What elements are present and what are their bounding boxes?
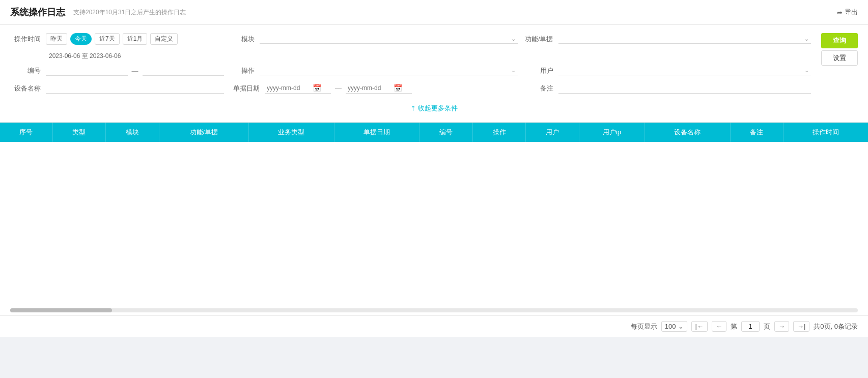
page-next-button[interactable]: →	[774, 321, 789, 332]
time-btn-yesterday[interactable]: 昨天	[46, 33, 67, 45]
settings-button[interactable]: 设置	[821, 50, 858, 66]
collapse-bar: ⤒ 收起更多条件	[10, 101, 858, 118]
time-btn-custom[interactable]: 自定义	[150, 33, 178, 45]
time-range-text: 2023-06-06 至 2023-06-06	[49, 52, 121, 61]
module-select[interactable]: ⌄	[260, 35, 518, 44]
page-label: 第	[731, 322, 737, 331]
time-filter-col: 操作时间 昨天 今天 近7天 近1月 自定义	[10, 33, 224, 45]
func-filter-col: 功能/单据 ⌄	[518, 35, 811, 44]
date-from-input[interactable]	[267, 84, 313, 92]
scrollbar-thumb[interactable]	[10, 308, 112, 312]
device-filter-col: 设备名称	[10, 83, 224, 94]
col-op-time: 操作时间	[783, 123, 868, 142]
date-to-wrapper: 📅	[346, 83, 412, 94]
table-header-row: 序号 类型 模块 功能/单据 业务类型 单据日期 编号 操作 用户 用户ip 设…	[0, 123, 868, 142]
total-label: 共0页, 0条记录	[814, 322, 858, 331]
col-serial-no: 编号	[419, 123, 472, 142]
col-module: 模块	[106, 123, 159, 142]
filter-area: 操作时间 昨天 今天 近7天 近1月 自定义 模块 ⌄	[0, 25, 868, 123]
filter-row-3: 设备名称 单据日期 📅 — 📅	[10, 83, 811, 94]
col-doc-date: 单据日期	[334, 123, 419, 142]
page-size-chevron: ⌄	[678, 323, 684, 330]
export-button[interactable]: ➦ 导出	[837, 8, 858, 17]
user-chevron-icon: ⌄	[804, 67, 809, 74]
func-select[interactable]: ⌄	[558, 35, 811, 44]
op-filter-col: 操作 ⌄	[224, 66, 518, 75]
collapse-button[interactable]: ⤒ 收起更多条件	[410, 104, 458, 113]
col-op: 操作	[472, 123, 525, 142]
collapse-label: 收起更多条件	[418, 104, 458, 113]
export-label: 导出	[845, 8, 858, 17]
page-header: 系统操作日志 支持2020年10月31日之后产生的操作日志 ➦ 导出	[0, 0, 868, 25]
pagination-area: 每页显示 100 ⌄ |← ← 第 页 → →| 共0页, 0条记录	[0, 315, 868, 337]
date-from-wrapper: 📅	[265, 83, 331, 94]
calendar-from-icon[interactable]: 📅	[313, 84, 321, 92]
col-type: 类型	[52, 123, 105, 142]
col-remark: 备注	[730, 123, 783, 142]
time-label: 操作时间	[10, 35, 46, 44]
user-label: 用户	[518, 66, 558, 75]
col-serial: 序号	[0, 123, 52, 142]
page-number-input[interactable]	[741, 321, 760, 332]
col-biz-type: 业务类型	[249, 123, 334, 142]
filters-main: 操作时间 昨天 今天 近7天 近1月 自定义 模块 ⌄	[10, 33, 811, 101]
data-table: 序号 类型 模块 功能/单据 业务类型 单据日期 编号 操作 用户 用户ip 设…	[0, 123, 868, 142]
page-size-select[interactable]: 100 ⌄	[661, 321, 687, 332]
serial-filter-col: 编号 —	[10, 66, 224, 76]
table-header: 序号 类型 模块 功能/单据 业务类型 单据日期 编号 操作 用户 用户ip 设…	[0, 123, 868, 142]
serial-input-to[interactable]	[143, 66, 225, 76]
time-range-spacer	[10, 52, 46, 61]
remark-filter-col: 备注	[518, 83, 811, 94]
page-last-button[interactable]: →|	[793, 321, 809, 332]
empty-area	[0, 142, 868, 305]
filter-row-1: 操作时间 昨天 今天 近7天 近1月 自定义 模块 ⌄	[10, 33, 811, 45]
query-button[interactable]: 查询	[821, 33, 858, 48]
time-range-row: 2023-06-06 至 2023-06-06	[10, 52, 811, 61]
time-btn-today[interactable]: 今天	[70, 33, 92, 45]
page-title: 系统操作日志	[10, 6, 65, 18]
page-first-button[interactable]: |←	[691, 321, 708, 332]
scrollbar-area	[0, 305, 868, 315]
page-size-label: 每页显示	[631, 322, 657, 331]
calendar-to-icon[interactable]: 📅	[394, 84, 402, 92]
table-area: 序号 类型 模块 功能/单据 业务类型 单据日期 编号 操作 用户 用户ip 设…	[0, 123, 868, 305]
op-chevron-icon: ⌄	[511, 67, 516, 74]
action-buttons: 查询 设置	[821, 33, 858, 66]
serial-label: 编号	[10, 66, 46, 75]
time-buttons: 昨天 今天 近7天 近1月 自定义	[46, 33, 178, 45]
user-select[interactable]: ⌄	[558, 66, 811, 75]
page-unit: 页	[764, 322, 770, 331]
page-subtitle: 支持2020年10月31日之后产生的操作日志	[73, 8, 186, 17]
op-select[interactable]: ⌄	[260, 66, 518, 75]
scrollbar-track[interactable]	[10, 308, 858, 312]
serial-dash: —	[128, 67, 143, 75]
device-input[interactable]	[46, 83, 224, 94]
col-user-ip: 用户ip	[579, 123, 645, 142]
module-label: 模块	[224, 35, 260, 44]
docdate-filter-col: 单据日期 📅 — 📅	[224, 83, 518, 94]
remark-label: 备注	[518, 84, 558, 93]
page-size-value: 100	[665, 323, 676, 330]
col-func: 功能/单据	[159, 123, 248, 142]
op-label: 操作	[224, 66, 260, 75]
docdate-label: 单据日期	[224, 84, 265, 93]
filter-row-2: 编号 — 操作 ⌄ 用户	[10, 66, 811, 76]
date-dash: —	[331, 84, 346, 92]
filter-main-row: 操作时间 昨天 今天 近7天 近1月 自定义 模块 ⌄	[10, 33, 858, 101]
device-label: 设备名称	[10, 84, 46, 93]
func-label: 功能/单据	[518, 35, 558, 44]
module-chevron-icon: ⌄	[511, 36, 516, 42]
collapse-icon: ⤒	[410, 105, 416, 112]
page-prev-button[interactable]: ←	[712, 321, 726, 332]
col-device: 设备名称	[645, 123, 730, 142]
time-btn-1month[interactable]: 近1月	[123, 33, 148, 45]
func-chevron-icon: ⌄	[804, 36, 809, 42]
module-filter-col: 模块 ⌄	[224, 35, 518, 44]
col-user: 用户	[526, 123, 579, 142]
time-btn-7days[interactable]: 近7天	[95, 33, 120, 45]
remark-input[interactable]	[558, 83, 811, 94]
date-to-input[interactable]	[348, 84, 394, 92]
export-icon: ➦	[837, 9, 843, 16]
serial-input-from[interactable]	[46, 66, 128, 76]
user-filter-col: 用户 ⌄	[518, 66, 811, 75]
